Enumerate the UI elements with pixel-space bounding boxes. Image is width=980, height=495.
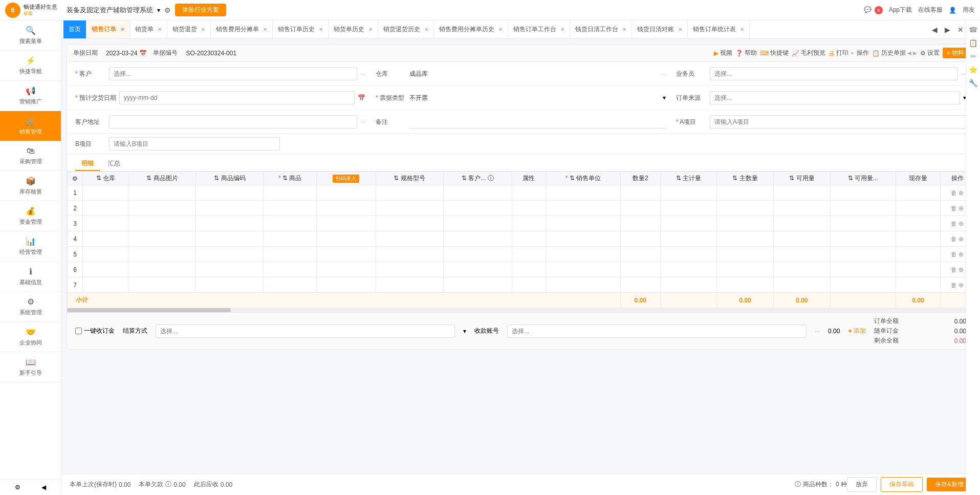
history-nav-next[interactable]: ▶ xyxy=(913,50,917,56)
delete-row-icon[interactable]: 🗑 xyxy=(951,189,957,197)
tool-icon[interactable]: 🔧 xyxy=(969,79,977,87)
tab-sales-invoice[interactable]: 销货单 ✕ xyxy=(130,20,167,39)
print-btn[interactable]: 🖨 打印 ▾ xyxy=(829,49,854,57)
tab-prev-icon[interactable]: ◀ xyxy=(929,25,941,35)
solution-button[interactable]: 体验行业方案 xyxy=(175,4,226,16)
cell-main-qty[interactable] xyxy=(717,185,774,201)
sidebar-item-search[interactable]: 🔍 搜索菜单 xyxy=(0,20,61,51)
tab-close-icon[interactable]: ✕ xyxy=(740,27,744,32)
help-btn[interactable]: ❓ 帮助 xyxy=(735,49,757,57)
operate-btn[interactable]: 操作 xyxy=(857,49,869,57)
settings-col-icon[interactable]: ⚙ xyxy=(72,175,78,182)
tab-next-icon[interactable]: ▶ xyxy=(942,25,953,35)
delete-row-icon[interactable]: 🗑 xyxy=(951,235,957,243)
tab-detail[interactable]: 明细 xyxy=(75,157,100,171)
message-icon[interactable]: 💬 9 xyxy=(864,6,882,14)
sidebar-item-sales[interactable]: 🛒 销售管理 xyxy=(0,111,61,141)
delete-row-icon[interactable]: 🗑 xyxy=(951,220,957,227)
b-project-input[interactable] xyxy=(109,137,280,150)
sidebar-item-guide[interactable]: 📖 新手引导 xyxy=(0,352,61,382)
delivery-calendar-icon[interactable]: 📅 xyxy=(358,94,365,101)
phone-icon[interactable]: ☎ xyxy=(969,26,977,34)
delete-row-icon[interactable]: 🗑 xyxy=(951,205,957,212)
copy-row-icon[interactable]: ⊕ xyxy=(959,251,964,258)
tab-home[interactable]: 首页 xyxy=(63,20,86,39)
one-click-checkbox[interactable] xyxy=(75,328,82,334)
cell-qty2[interactable] xyxy=(620,185,660,201)
sidebar-item-enterprise[interactable]: 🤝 企业协同 xyxy=(0,322,61,352)
tab-sales-stats[interactable]: 销售订单统计表 ✕ xyxy=(688,20,750,39)
a-project-input[interactable] xyxy=(710,115,966,128)
account-input[interactable] xyxy=(507,325,807,338)
cell-spec[interactable] xyxy=(376,185,443,201)
copy-row-icon[interactable]: ⊕ xyxy=(959,235,964,243)
tab-order-workbench[interactable]: 销售订单工作台 ✕ xyxy=(508,20,570,39)
tab-sales-order[interactable]: 销售订单 ✕ xyxy=(86,20,130,39)
copy-row-icon[interactable]: ⊕ xyxy=(959,189,964,197)
date-value[interactable]: 2023-03-24 xyxy=(106,50,137,57)
cell-code[interactable] xyxy=(196,185,264,201)
tab-close-icon[interactable]: ✕ xyxy=(678,27,682,32)
edit-icon[interactable]: ✏ xyxy=(970,52,976,60)
sidebar-item-finance[interactable]: 💰 资金管理 xyxy=(0,201,61,231)
history-nav-prev[interactable]: ◀ xyxy=(907,50,911,56)
order-source-input[interactable] xyxy=(710,91,960,104)
shortcut-btn[interactable]: ⌨ 快捷键 xyxy=(760,49,789,57)
tab-cash-workbench[interactable]: 钱货日清工作台 ✕ xyxy=(570,20,632,39)
calendar-icon[interactable]: 📅 xyxy=(139,50,147,57)
history-btn[interactable]: 📋 历史单据 ◀ ▶ xyxy=(872,49,917,57)
gear-icon[interactable]: ⚙ xyxy=(164,6,171,14)
warehouse-more-icon[interactable]: ··· xyxy=(661,70,666,77)
settle-dropdown-icon[interactable]: ▾ xyxy=(463,328,466,335)
tab-sales-return[interactable]: 销货退货 ✕ xyxy=(167,20,211,39)
cell-customer[interactable] xyxy=(443,185,512,201)
settings-btn[interactable]: ⚙ 设置 xyxy=(920,49,940,57)
customer-input[interactable] xyxy=(109,67,357,80)
tab-close-icon[interactable]: ✕ xyxy=(498,27,503,32)
cell-photo[interactable] xyxy=(128,185,196,201)
tab-close-icon[interactable]: ✕ xyxy=(158,27,162,32)
tab-summary[interactable]: 汇总 xyxy=(102,157,126,171)
tab-close-icon[interactable]: ✕ xyxy=(319,27,323,32)
cell-stock[interactable] xyxy=(896,185,941,201)
tab-sales-fee[interactable]: 销售费用分摊单 ✕ xyxy=(211,20,273,39)
cell-goods[interactable] xyxy=(264,185,317,201)
horizontal-scrollbar[interactable] xyxy=(67,308,974,312)
settle-input[interactable] xyxy=(156,325,455,338)
cell-main-unit[interactable] xyxy=(660,185,717,201)
tab-close-icon[interactable]: ✕ xyxy=(368,27,373,32)
tab-return-history[interactable]: 销货退货历史 ✕ xyxy=(378,20,434,39)
delete-row-icon[interactable]: 🗑 xyxy=(951,266,957,273)
discard-button[interactable]: 放弃 xyxy=(847,477,877,492)
tab-close-all-icon[interactable]: ✕ xyxy=(954,25,967,35)
copy-row-icon[interactable]: ⊕ xyxy=(959,220,964,227)
tab-close-icon[interactable]: ✕ xyxy=(120,27,124,32)
save-new-button[interactable]: 保存&新增 xyxy=(927,478,972,491)
tab-close-icon[interactable]: ✕ xyxy=(201,27,205,32)
sidebar-item-operations[interactable]: 📊 经营管理 xyxy=(0,231,61,262)
online-service-link[interactable]: 在线客服 xyxy=(918,6,943,14)
sidebar-settings-icon[interactable]: ⚙ xyxy=(15,484,20,491)
staff-input[interactable] xyxy=(710,67,958,80)
sidebar-item-purchase[interactable]: 🛍 采购管理 xyxy=(0,141,61,171)
tab-close-icon[interactable]: ✕ xyxy=(263,27,267,32)
customer-more-icon[interactable]: ··· xyxy=(360,70,365,77)
copy-row-icon[interactable]: ⊕ xyxy=(959,282,964,289)
tab-fee-history[interactable]: 销售费用分摊单历史 ✕ xyxy=(434,20,508,39)
tab-close-icon[interactable]: ✕ xyxy=(622,27,626,32)
copy-row-icon[interactable]: ⊕ xyxy=(959,205,964,212)
delete-row-icon[interactable]: 🗑 xyxy=(951,282,957,289)
delivery-input[interactable] xyxy=(119,91,355,104)
account-more-icon[interactable]: ··· xyxy=(815,328,820,335)
address-input[interactable] xyxy=(109,115,357,128)
copy-row-icon[interactable]: ⊕ xyxy=(959,266,964,273)
remark-input[interactable] xyxy=(409,115,666,128)
sidebar-item-basic-info[interactable]: ℹ 基础信息 xyxy=(0,262,61,292)
address-more-icon[interactable]: ··· xyxy=(360,118,365,125)
delete-row-icon[interactable]: 🗑 xyxy=(951,251,957,258)
ticket-dropdown-icon[interactable]: ▾ xyxy=(663,94,666,101)
cell-unit[interactable] xyxy=(546,185,620,201)
sidebar-item-quick-nav[interactable]: ⚡ 快捷导航 xyxy=(0,51,61,81)
cell-warehouse[interactable] xyxy=(83,185,128,201)
scroll-thumb[interactable] xyxy=(67,308,231,312)
